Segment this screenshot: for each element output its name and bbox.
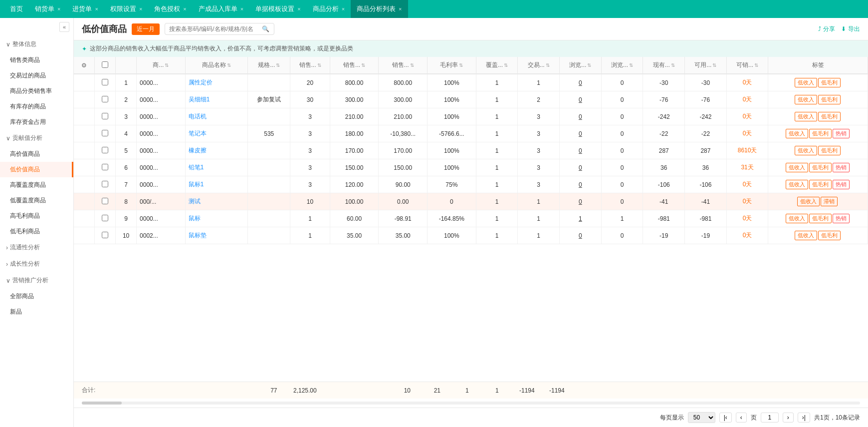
row-checkbox[interactable]	[102, 113, 108, 119]
name-cell[interactable]: 属性定价	[185, 74, 248, 91]
row-checkbox[interactable]	[102, 198, 108, 204]
checkbox-cell[interactable]	[95, 193, 116, 210]
checkbox-cell[interactable]	[95, 176, 116, 193]
search-input[interactable]	[169, 25, 259, 32]
sidebar-item-category-sales-rate[interactable]: 商品分类销售率	[0, 83, 73, 99]
nav-role-auth[interactable]: 角色授权 ×	[148, 0, 192, 18]
sidebar-item-high-profit[interactable]: 高毛利商品	[0, 208, 73, 224]
col-checkbox[interactable]	[95, 57, 116, 74]
col-s1[interactable]: 销售...⇅	[290, 57, 330, 74]
close-product-inbound-icon[interactable]: ×	[240, 6, 243, 12]
col-trade[interactable]: 交易...⇅	[518, 57, 560, 74]
view1-cell[interactable]: 0	[560, 227, 602, 244]
col-view1[interactable]: 浏览...⇅	[560, 57, 602, 74]
col-spec[interactable]: 规格...⇅	[248, 57, 290, 74]
name-cell[interactable]: 吴细细1	[185, 91, 248, 108]
sidebar-group-overall[interactable]: ∨ 整体信息	[0, 36, 73, 52]
name-cell[interactable]: 鼠标	[185, 210, 248, 227]
view1-cell[interactable]: 0	[579, 147, 582, 154]
name-cell[interactable]: 鼠标垫	[185, 227, 248, 244]
row-checkbox[interactable]	[102, 232, 108, 238]
nav-sales-order[interactable]: 销货单 ×	[29, 0, 66, 18]
row-checkbox[interactable]	[102, 96, 108, 102]
sidebar-item-low-coverage[interactable]: 低覆盖度商品	[0, 193, 73, 208]
export-button[interactable]: ⬇ 导出	[841, 25, 860, 33]
checkbox-cell[interactable]	[95, 142, 116, 159]
filter-recent-month-button[interactable]: 近一月	[132, 23, 160, 35]
sidebar-item-low-value[interactable]: 低价值商品	[0, 162, 73, 177]
view1-cell[interactable]: 0	[579, 79, 582, 86]
checkbox-cell[interactable]	[95, 91, 116, 108]
view1-cell[interactable]: 0	[560, 108, 602, 125]
view1-cell[interactable]: 0	[560, 91, 602, 108]
name-cell[interactable]: 橡皮擦	[185, 142, 248, 159]
prev-page-button[interactable]: ‹	[736, 413, 747, 423]
nav-template-settings[interactable]: 单据模板设置 ×	[249, 0, 306, 18]
sidebar-item-all-products[interactable]: 全部商品	[0, 289, 73, 304]
view1-cell[interactable]: 0	[579, 164, 582, 171]
sidebar-group-marketing[interactable]: ∨ 营销推广分析	[0, 272, 73, 289]
horizontal-scrollbar[interactable]	[74, 399, 868, 408]
name-cell[interactable]: 鼠标1	[185, 176, 248, 193]
col-stock2[interactable]: 可用...⇅	[685, 57, 727, 74]
nav-product-analysis[interactable]: 商品分析 ×	[307, 0, 351, 18]
row-checkbox[interactable]	[102, 215, 108, 221]
view1-cell[interactable]: 0	[579, 113, 582, 120]
nav-purchase-order[interactable]: 进货单 ×	[66, 0, 104, 18]
view1-cell[interactable]: 0	[579, 130, 582, 137]
close-template-settings-icon[interactable]: ×	[297, 6, 300, 12]
col-s3[interactable]: 销售...⇅	[379, 57, 428, 74]
row-checkbox[interactable]	[102, 147, 108, 153]
checkbox-cell[interactable]	[95, 74, 116, 91]
col-stock1[interactable]: 现有...⇅	[643, 57, 685, 74]
col-name[interactable]: 商品名称⇅	[185, 57, 248, 74]
close-purchase-order-icon[interactable]: ×	[95, 6, 98, 12]
checkbox-cell[interactable]	[95, 210, 116, 227]
col-days[interactable]: 可销...⇅	[726, 57, 768, 74]
col-settings[interactable]: ⚙	[74, 57, 95, 74]
row-checkbox[interactable]	[102, 164, 108, 170]
sidebar-item-traded-products[interactable]: 交易过的商品	[0, 68, 73, 83]
view1-cell[interactable]: 0	[560, 176, 602, 193]
view1-cell[interactable]: 0	[560, 142, 602, 159]
sidebar-item-sales-products[interactable]: 销售类商品	[0, 52, 73, 68]
share-button[interactable]: ⤴ 分享	[818, 25, 835, 33]
search-icon[interactable]: 🔍	[262, 25, 269, 32]
select-all-checkbox[interactable]	[102, 61, 108, 68]
sidebar-group-circulation[interactable]: › 流通性分析	[0, 239, 73, 256]
row-checkbox[interactable]	[102, 130, 108, 136]
close-role-auth-icon[interactable]: ×	[183, 6, 186, 12]
per-page-select[interactable]: 50 100 200	[688, 412, 715, 423]
view1-cell[interactable]: 0	[579, 198, 582, 205]
view1-cell[interactable]: 0	[579, 96, 582, 103]
nav-product-analysis-list[interactable]: 商品分析列表 ×	[351, 0, 408, 18]
sidebar-item-high-value[interactable]: 高价值商品	[0, 146, 73, 162]
sidebar-item-stock-capital[interactable]: 库存资金占用	[0, 114, 73, 130]
sidebar-item-high-coverage[interactable]: 高覆盖度商品	[0, 177, 73, 193]
next-page-button[interactable]: ›	[783, 413, 794, 423]
close-sales-order-icon[interactable]: ×	[57, 6, 60, 12]
row-checkbox[interactable]	[102, 181, 108, 187]
name-cell[interactable]: 铅笔1	[185, 159, 248, 176]
col-cover[interactable]: 覆盖...⇅	[476, 57, 518, 74]
first-page-button[interactable]: |‹	[719, 413, 732, 423]
view1-cell[interactable]: 0	[579, 181, 582, 188]
sidebar-group-contribution[interactable]: ∨ 贡献值分析	[0, 130, 73, 146]
col-profit[interactable]: 毛利率⇅	[428, 57, 476, 74]
nav-permission[interactable]: 权限设置 ×	[104, 0, 148, 18]
nav-home[interactable]: 首页	[4, 0, 29, 18]
name-cell[interactable]: 电话机	[185, 108, 248, 125]
sidebar-item-new-products[interactable]: 新品	[0, 304, 73, 320]
view1-cell[interactable]: 0	[579, 232, 582, 239]
row-checkbox[interactable]	[102, 79, 108, 85]
close-product-analysis-icon[interactable]: ×	[342, 6, 345, 12]
view1-cell[interactable]: 1	[579, 215, 582, 222]
page-number-input[interactable]	[761, 413, 779, 423]
sidebar-item-low-profit[interactable]: 低毛利商品	[0, 224, 73, 239]
sidebar-group-growth[interactable]: › 成长性分析	[0, 256, 73, 272]
close-product-analysis-list-icon[interactable]: ×	[399, 6, 402, 12]
sidebar-item-in-stock-products[interactable]: 有库存的商品	[0, 99, 73, 114]
view1-cell[interactable]: 0	[560, 125, 602, 142]
last-page-button[interactable]: ›|	[798, 413, 810, 423]
col-s2[interactable]: 销售...⇅	[330, 57, 379, 74]
